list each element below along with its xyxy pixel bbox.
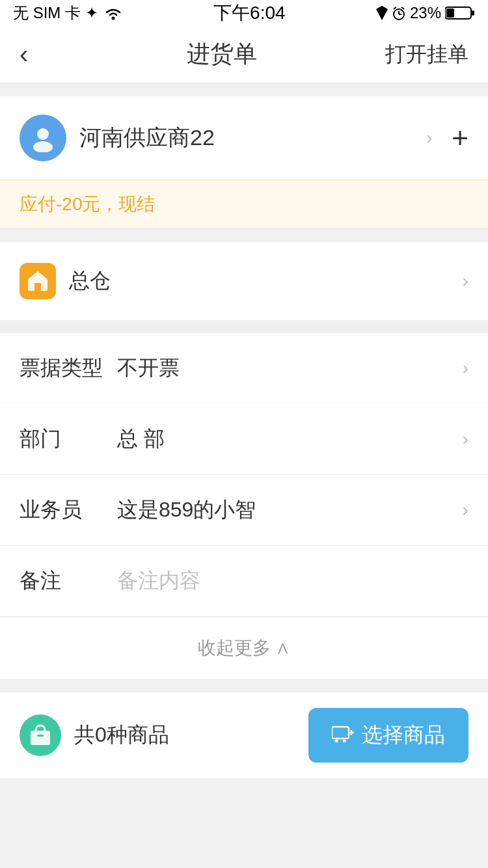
warehouse-section: 总仓 › [0,242,488,320]
add-supplier-button[interactable]: + [452,124,468,152]
supplier-row[interactable]: 河南供应商22 › + [0,96,488,180]
location-icon [376,6,388,20]
svg-rect-14 [31,731,50,745]
wifi-icon [103,6,123,20]
warehouse-row[interactable]: 总仓 › [0,242,488,320]
fields-section: 票据类型 不开票 › 部门 总 部 › 业务员 这是859的小智 › 备注 备注… [0,333,488,617]
open-pending-button[interactable]: 打开挂单 [385,40,468,69]
notice-bar: 应付-20元，现结 [0,180,488,229]
salesperson-row[interactable]: 业务员 这是859的小智 › [0,475,488,546]
battery-icon [445,6,475,20]
svg-rect-16 [332,727,349,739]
svg-rect-15 [37,735,44,737]
supplier-name: 河南供应商22 [79,123,426,153]
battery-percent: 23% [410,4,441,22]
product-count-text: 共0种商品 [74,721,308,750]
bottom-bar: 共0种商品 选择商品 [0,692,488,778]
back-button[interactable]: ‹ [20,40,59,69]
svg-point-10 [33,141,53,152]
collapse-label: 收起更多 ∧ [198,636,291,660]
invoice-type-chevron-icon: › [463,358,468,379]
invoice-type-value: 不开票 [111,354,456,383]
select-product-icon [332,724,354,747]
salesperson-chevron-icon: › [463,500,468,521]
supplier-row-right: › + [426,124,468,152]
svg-rect-13 [34,283,41,291]
section-gap-1 [0,83,488,96]
department-row[interactable]: 部门 总 部 › [0,404,488,475]
warehouse-icon-bg [20,263,56,299]
salesperson-value: 这是859的小智 [111,496,456,524]
department-label: 部门 [20,425,111,454]
nav-bar: ‹ 进货单 打开挂单 [0,26,488,83]
collapse-row[interactable]: 收起更多 ∧ [0,617,488,679]
remark-input[interactable]: 备注内容 [111,567,468,595]
warehouse-name: 总仓 [69,267,452,295]
page-container: 无 SIM 卡 ✦ 下午6:04 23% [0,0,488,868]
department-chevron-icon: › [463,429,468,450]
svg-point-9 [37,128,49,140]
status-left: 无 SIM 卡 ✦ [13,3,123,23]
warehouse-icon [27,270,49,292]
invoice-type-label: 票据类型 [20,354,111,383]
department-value: 总 部 [111,425,456,454]
svg-rect-8 [472,10,474,16]
alarm-icon [392,6,406,20]
svg-point-20 [343,739,346,742]
status-right: 23% [376,4,475,22]
svg-line-5 [401,7,404,9]
svg-point-19 [335,739,338,742]
remark-row[interactable]: 备注 备注内容 [0,546,488,617]
svg-line-4 [394,7,396,9]
product-icon-bg [20,714,61,756]
supplier-section: 河南供应商22 › + 应付-20元，现结 [0,96,488,229]
supplier-avatar-icon [29,124,57,152]
svg-point-0 [111,17,115,20]
product-icon [28,723,53,748]
page-title: 进货单 [187,38,257,70]
sim-signal: 无 SIM 卡 ✦ [13,3,98,23]
salesperson-label: 业务员 [20,496,111,524]
svg-marker-12 [28,271,47,279]
remark-label: 备注 [20,567,111,595]
status-time: 下午6:04 [213,1,286,25]
select-product-label: 选择商品 [362,721,445,750]
cart-icon [332,724,354,742]
svg-rect-7 [446,8,454,18]
supplier-avatar [20,115,66,161]
invoice-type-row[interactable]: 票据类型 不开票 › [0,333,488,404]
supplier-chevron-icon: › [426,128,432,148]
select-product-button[interactable]: 选择商品 [308,708,468,763]
warehouse-chevron-icon: › [463,271,468,292]
status-bar: 无 SIM 卡 ✦ 下午6:04 23% [0,0,488,26]
